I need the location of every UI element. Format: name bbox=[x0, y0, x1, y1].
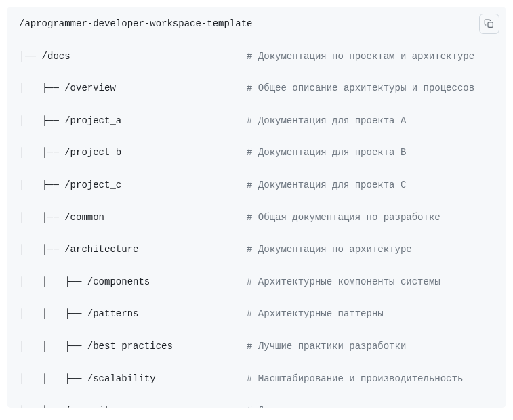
tree-line: ├── /docs # Документация по проектам и а… bbox=[19, 49, 494, 65]
tree-comment: # Архитектурные паттерны bbox=[247, 308, 384, 319]
tree-comment: # Архитектурные компоненты системы bbox=[247, 276, 440, 287]
tree-line: │ │ ├── /best_practices # Лучшие практик… bbox=[19, 339, 494, 355]
tree-comment: # Лучшие практики разработки bbox=[247, 341, 406, 352]
tree-comment: # Документация для проекта B bbox=[247, 147, 406, 158]
tree-line: │ ├── /common # Общая документация по ра… bbox=[19, 210, 494, 226]
tree-comment: # Общее описание архитектуры и процессов bbox=[247, 83, 474, 93]
tree-branch: │ ├── /architecture bbox=[19, 244, 247, 255]
copy-button[interactable] bbox=[479, 14, 499, 34]
tree-branch: │ │ ├── /best_practices bbox=[19, 341, 247, 352]
tree-line: │ │ ├── /components # Архитектурные комп… bbox=[19, 274, 494, 291]
tree-branch: │ │ ├── /patterns bbox=[19, 308, 247, 319]
tree-line: │ ├── /project_c # Документация для прое… bbox=[19, 177, 494, 194]
tree-branch: │ ├── /project_b bbox=[19, 147, 247, 158]
tree-branch: │ ├── /project_a bbox=[19, 115, 247, 126]
tree-output: /aprogrammer-developer-workspace-templat… bbox=[19, 16, 494, 408]
tree-line: │ ├── /overview # Общее описание архитек… bbox=[19, 81, 494, 97]
tree-comment: # Доступы к стендам, инструментам, конту… bbox=[247, 405, 491, 408]
tree-branch: ├── /docs bbox=[19, 51, 247, 62]
tree-comment: # Документация по проектам и архитектуре bbox=[247, 51, 474, 62]
tree-comment: # Документация по архитектуре bbox=[247, 244, 412, 255]
tree-comment: # Общая документация по разработке bbox=[247, 212, 440, 223]
tree-branch: │ ├── /security bbox=[19, 405, 247, 408]
svg-rect-0 bbox=[488, 22, 493, 27]
tree-branch: │ ├── /common bbox=[19, 212, 247, 223]
code-block: /aprogrammer-developer-workspace-templat… bbox=[7, 7, 506, 408]
tree-branch: │ │ ├── /components bbox=[19, 276, 247, 287]
tree-branch: │ ├── /overview bbox=[19, 83, 247, 93]
tree-branch: │ │ ├── /scalability bbox=[19, 373, 247, 384]
copy-icon bbox=[484, 18, 495, 29]
tree-line: │ │ ├── /patterns # Архитектурные паттер… bbox=[19, 306, 494, 322]
tree-line: │ ├── /project_b # Документация для прое… bbox=[19, 145, 494, 161]
tree-line: │ ├── /project_a # Документация для прое… bbox=[19, 113, 494, 129]
tree-comment: # Масштабирование и производительность bbox=[247, 373, 463, 384]
tree-line: │ ├── /security # Доступы к стендам, инс… bbox=[19, 403, 494, 408]
root-line: /aprogrammer-developer-workspace-templat… bbox=[19, 16, 494, 33]
tree-line: │ ├── /architecture # Документация по ар… bbox=[19, 242, 494, 258]
tree-comment: # Документация для проекта C bbox=[247, 180, 406, 190]
tree-line: │ │ ├── /scalability # Масштабирование и… bbox=[19, 371, 494, 387]
tree-branch: │ ├── /project_c bbox=[19, 180, 247, 190]
tree-comment: # Документация для проекта A bbox=[247, 115, 406, 126]
